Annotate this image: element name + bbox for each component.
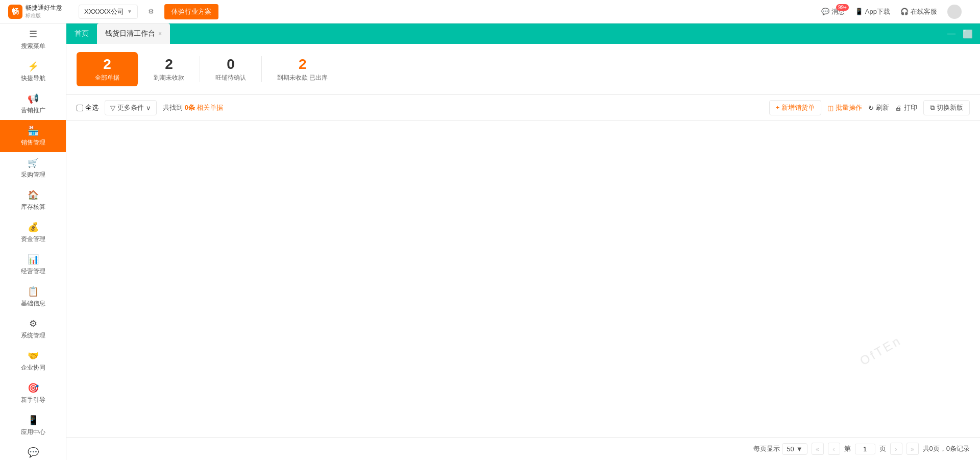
sidebar-item-search-menu[interactable]: ☰ 搜索菜单 [0, 23, 66, 56]
sidebar-item-inventory[interactable]: 🏠 库存核算 [0, 184, 66, 216]
found-link[interactable]: 相关单据 [197, 104, 223, 111]
total-text: 共0页，0条记录 [923, 444, 970, 453]
service-icon: 🎧 [900, 8, 909, 15]
stat-all-num: 2 [103, 56, 111, 72]
stat-pending[interactable]: 0 旺铺待确认 [200, 52, 261, 86]
print-button[interactable]: 🖨 打印 [895, 103, 917, 112]
stat-overdue-shipped-label: 到期未收款 已出库 [277, 74, 328, 82]
page-size-selector: 每页显示 50 ▼ [753, 443, 807, 455]
print-icon: 🖨 [895, 104, 902, 112]
purchase-icon: 🛒 [28, 157, 39, 168]
trial-button[interactable]: 体验行业方案 [164, 4, 218, 19]
sidebar-item-system[interactable]: ⚙ 系统管理 [0, 313, 66, 345]
sidebar-item-wechat[interactable]: 💬 企业微信 [0, 442, 66, 460]
app-download-action[interactable]: 📱 App下载 [855, 7, 890, 16]
finance-icon: 💰 [28, 222, 39, 233]
stat-overdue[interactable]: 2 到期未收款 [138, 52, 200, 86]
select-all-input[interactable] [77, 105, 83, 111]
stat-overdue-shipped-num: 2 [299, 56, 307, 72]
header-right: 💬 消息 99+ 📱 App下载 🎧 在线客服 [821, 5, 972, 19]
sales-icon: 🏪 [28, 125, 39, 136]
refresh-button[interactable]: ↻ 刷新 [868, 103, 889, 112]
table-area [66, 121, 980, 437]
header-left: 畅 畅捷通好生意 标准版 XXXXXX公司 ▼ ⚙ 体验行业方案 [8, 4, 218, 19]
main-layout: ☰ 搜索菜单 ⚡ 快捷导航 📢 营销推广 🏪 销售管理 🛒 采购管理 🏠 库存核… [0, 23, 980, 460]
refresh-icon: ↻ [868, 104, 874, 112]
operations-icon: 📊 [28, 254, 39, 265]
prev-page-button[interactable]: ‹ [828, 443, 840, 455]
stats-section: 2 全部单据 2 到期未收款 0 旺铺待确认 2 到期未收款 已出库 [66, 44, 980, 95]
toolbar: 全选 ▽ 更多条件 ∨ 共找到 0条 相关单据 + 新增销货单 [66, 95, 980, 121]
current-page-input[interactable] [855, 444, 875, 454]
logo-area: 畅 畅捷通好生意 标准版 [8, 4, 62, 19]
last-page-button[interactable]: » [906, 443, 919, 455]
company-selector[interactable]: XXXXXX公司 ▼ [79, 5, 138, 19]
tab-bar-actions: — ⬜ [945, 28, 980, 40]
logo-text: 畅捷通好生意 标准版 [26, 4, 62, 19]
switch-icon: ⧉ [930, 104, 935, 112]
batch-icon: ◫ [827, 104, 834, 112]
company-dropdown-arrow: ▼ [127, 9, 132, 14]
wechat-icon: 💬 [28, 447, 39, 458]
tab-workbench[interactable]: 钱货日清工作台 × [97, 23, 170, 44]
filter-button[interactable]: ▽ 更多条件 ∨ [105, 100, 157, 115]
tab-home[interactable]: 首页 [66, 23, 97, 44]
basic-info-icon: 📋 [28, 286, 39, 297]
found-count: 0条 [185, 104, 195, 111]
marketing-icon: 📢 [28, 93, 39, 104]
filter-icon: ▽ [110, 104, 115, 112]
inventory-icon: 🏠 [28, 189, 39, 201]
search-menu-icon: ☰ [29, 29, 37, 40]
pagination-bar: 每页显示 50 ▼ « ‹ 第 页 › » 共0页，0条记录 [66, 437, 980, 460]
message-icon: 💬 [821, 8, 829, 15]
toolbar-right: + 新增销货单 ◫ 批量操作 ↻ 刷新 🖨 打印 ⧉ [769, 100, 970, 115]
new-sale-button[interactable]: + 新增销货单 [769, 100, 821, 115]
close-tab-icon[interactable]: × [158, 30, 162, 37]
sidebar-item-app-center[interactable]: 📱 应用中心 [0, 409, 66, 442]
page-size-arrow: ▼ [796, 445, 803, 453]
tab-minimize-button[interactable]: — [945, 28, 958, 40]
sidebar-item-sales[interactable]: 🏪 销售管理 [0, 120, 66, 152]
sidebar-item-guide[interactable]: 🎯 新手引导 [0, 377, 66, 409]
page-size-dropdown[interactable]: 50 ▼ [782, 443, 807, 455]
content-area: 首页 钱货日清工作台 × — ⬜ 2 全部单据 2 [66, 23, 980, 460]
logo-icon: 畅 [8, 5, 22, 19]
stat-overdue-label: 到期未收款 [154, 74, 184, 82]
sidebar-item-cooperation[interactable]: 🤝 企业协同 [0, 345, 66, 377]
user-avatar[interactable] [947, 5, 962, 19]
tab-bar: 首页 钱货日清工作台 × — ⬜ [66, 23, 980, 44]
page-content: 2 全部单据 2 到期未收款 0 旺铺待确认 2 到期未收款 已出库 [66, 44, 980, 460]
top-header: 畅 畅捷通好生意 标准版 XXXXXX公司 ▼ ⚙ 体验行业方案 💬 消息 99… [0, 0, 980, 23]
message-badge: 99+ [836, 4, 849, 11]
batch-action-button[interactable]: ◫ 批量操作 [827, 103, 862, 112]
found-text: 共找到 0条 相关单据 [163, 103, 223, 112]
filter-arrow-icon: ∨ [146, 104, 151, 112]
stat-pending-num: 0 [227, 56, 235, 72]
system-icon: ⚙ [29, 318, 37, 329]
download-icon: 📱 [855, 8, 863, 15]
sidebar: ☰ 搜索菜单 ⚡ 快捷导航 📢 营销推广 🏪 销售管理 🛒 采购管理 🏠 库存核… [0, 23, 66, 460]
select-all-checkbox[interactable]: 全选 [77, 103, 99, 112]
switch-version-button[interactable]: ⧉ 切换新版 [923, 100, 970, 115]
first-page-button[interactable]: « [812, 443, 824, 455]
cooperation-icon: 🤝 [28, 350, 39, 361]
sidebar-item-basic-info[interactable]: 📋 基础信息 [0, 281, 66, 313]
sidebar-item-quick-nav[interactable]: ⚡ 快捷导航 [0, 56, 66, 88]
stat-overdue-shipped[interactable]: 2 到期未收款 已出库 [262, 52, 343, 86]
app-center-icon: 📱 [28, 415, 39, 426]
stat-all-label: 全部单据 [95, 74, 119, 82]
sidebar-item-marketing[interactable]: 📢 营销推广 [0, 88, 66, 120]
sidebar-item-finance[interactable]: 💰 资金管理 [0, 216, 66, 249]
online-service-action[interactable]: 🎧 在线客服 [900, 7, 937, 16]
stat-all[interactable]: 2 全部单据 [77, 52, 138, 86]
next-page-button[interactable]: › [890, 443, 902, 455]
settings-icon[interactable]: ⚙ [144, 5, 158, 19]
toolbar-left: 全选 ▽ 更多条件 ∨ 共找到 0条 相关单据 [77, 100, 763, 115]
sidebar-item-operations[interactable]: 📊 经营管理 [0, 249, 66, 281]
tab-maximize-button[interactable]: ⬜ [962, 28, 974, 40]
stat-overdue-num: 2 [165, 56, 173, 72]
stat-pending-label: 旺铺待确认 [215, 74, 246, 82]
messages-action[interactable]: 💬 消息 99+ [821, 7, 845, 16]
quick-nav-icon: ⚡ [28, 61, 39, 72]
sidebar-item-purchase[interactable]: 🛒 采购管理 [0, 152, 66, 184]
